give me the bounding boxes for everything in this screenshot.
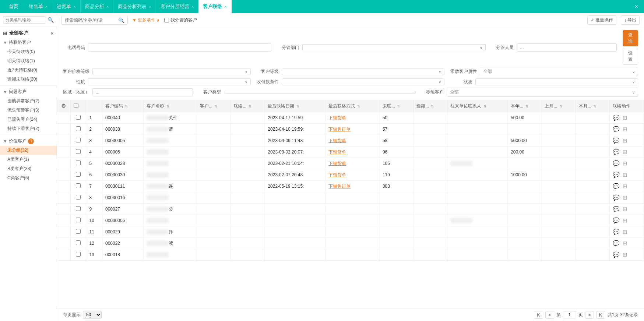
check-cell[interactable] xyxy=(70,169,86,181)
price-tier-select[interactable]: ∨ xyxy=(92,68,251,75)
row-checkbox[interactable] xyxy=(76,183,81,188)
check-cell[interactable] xyxy=(70,147,86,158)
home-tab[interactable]: 首页 xyxy=(3,0,24,13)
sidebar-group-value[interactable]: ▼ 价值客户 R xyxy=(0,137,57,146)
first-page-button[interactable]: K xyxy=(534,311,543,319)
select-all-checkbox[interactable] xyxy=(74,103,78,108)
sidebar-item-declining[interactable]: 持续下滑客户(2) xyxy=(0,124,57,133)
last-contact-date-column[interactable]: 最后联络日期 ⇅ xyxy=(265,100,325,112)
row-checkbox[interactable] xyxy=(76,149,81,154)
close-icon[interactable]: × xyxy=(191,4,194,9)
row-checkbox[interactable] xyxy=(76,252,81,257)
last-page-button[interactable]: K xyxy=(596,311,605,319)
grid-action-icon[interactable]: ⊞ xyxy=(623,229,627,235)
message-icon[interactable]: 💬 xyxy=(613,206,620,212)
name-column[interactable]: 客户名称 ⇅ xyxy=(144,100,197,112)
check-cell[interactable] xyxy=(70,204,86,215)
payment-select[interactable]: ∨ xyxy=(282,78,444,85)
customer-type-select[interactable] xyxy=(224,91,415,94)
message-icon[interactable]: 💬 xyxy=(613,194,620,201)
row-checkbox[interactable] xyxy=(76,206,81,211)
gear-icon[interactable]: ⚙ xyxy=(61,103,66,109)
sidebar-item-ungrouped[interactable]: 未分组(32) xyxy=(0,146,57,155)
scatter-attr-select[interactable]: 全部 ∨ xyxy=(480,67,638,76)
contact-way-link[interactable]: 下销货单 xyxy=(328,149,346,155)
filter-more-button[interactable]: ▼ 更多条件 ∧ xyxy=(132,17,160,23)
export-button[interactable]: ↓ 导出 xyxy=(621,15,640,25)
collapse-icon[interactable]: « xyxy=(50,30,54,36)
message-icon[interactable]: 💬 xyxy=(613,183,620,190)
sidebar-item-type-a[interactable]: A类客户(1) xyxy=(0,155,57,164)
close-all-button[interactable]: × xyxy=(632,3,641,10)
all-customers-header[interactable]: ⊞ 全部客户 « xyxy=(0,27,57,38)
message-icon[interactable]: 💬 xyxy=(613,160,620,167)
status-select[interactable]: ∨ xyxy=(475,78,638,85)
sidebar-item-churned[interactable]: 已流失客户(24) xyxy=(0,115,57,124)
filter-search-input[interactable] xyxy=(65,18,118,23)
scatter-customer-select[interactable]: 全部 ∨ xyxy=(447,88,638,97)
grid-action-icon[interactable]: ⊞ xyxy=(623,160,627,167)
sidebar-item-type-c[interactable]: C类客户(6) xyxy=(0,173,57,183)
filter-search-icon[interactable]: 🔍 xyxy=(118,17,124,23)
overdue-column[interactable]: 逾期... ⇅ xyxy=(414,100,447,112)
batch-op-button[interactable]: ✓ 批量操作 xyxy=(587,15,616,25)
sidebar-group-problem[interactable]: ▼ 问题客户 xyxy=(0,87,57,96)
sidebar-item-hoarding[interactable]: 囤购异常客户(2) xyxy=(0,96,57,106)
row-checkbox[interactable] xyxy=(76,138,81,142)
tab-product-analysis[interactable]: 商品分析 × xyxy=(81,0,113,13)
row-checkbox[interactable] xyxy=(76,115,81,120)
message-icon[interactable]: 💬 xyxy=(613,149,620,155)
tab-customer-contact[interactable]: 客户联络 × xyxy=(198,0,231,13)
prev-page-button[interactable]: < xyxy=(545,311,554,319)
message-icon[interactable]: 💬 xyxy=(613,172,620,178)
message-icon[interactable]: 💬 xyxy=(613,251,620,258)
check-cell[interactable] xyxy=(70,192,86,204)
check-column[interactable] xyxy=(70,100,86,112)
contact-way-link[interactable]: 下销货单 xyxy=(328,161,346,166)
message-icon[interactable]: 💬 xyxy=(613,126,620,133)
manager-more[interactable]: ... xyxy=(517,43,617,52)
sidebar-search-icon[interactable]: 🔍 xyxy=(47,17,54,23)
grid-action-icon[interactable]: ⊞ xyxy=(623,194,627,201)
my-customers-checkbox-wrapper[interactable]: 我分管的客户 xyxy=(164,17,197,23)
check-cell[interactable] xyxy=(70,226,86,238)
gear-column[interactable]: ⚙ xyxy=(57,100,70,112)
close-icon[interactable]: × xyxy=(224,4,226,9)
grid-action-icon[interactable]: ⊞ xyxy=(623,149,627,155)
type-column[interactable]: 客户... ⇅ xyxy=(197,100,230,112)
per-page-select[interactable]: 50 100 xyxy=(83,311,102,319)
close-icon[interactable]: × xyxy=(106,4,109,9)
check-cell[interactable] xyxy=(70,181,86,192)
row-checkbox[interactable] xyxy=(76,160,81,165)
row-checkbox[interactable] xyxy=(76,240,81,245)
reset-button[interactable]: 设置 xyxy=(623,48,638,65)
row-checkbox[interactable] xyxy=(76,218,81,222)
region-more[interactable]: ... xyxy=(92,88,193,96)
grid-action-icon[interactable]: ⊞ xyxy=(623,240,627,247)
dept-select[interactable]: ∨ xyxy=(302,44,486,51)
grid-action-icon[interactable]: ⊞ xyxy=(623,172,627,178)
row-checkbox[interactable] xyxy=(76,126,81,131)
message-icon[interactable]: 💬 xyxy=(613,217,620,224)
next-page-button[interactable]: > xyxy=(585,311,594,319)
grid-action-icon[interactable]: ⊞ xyxy=(623,183,627,190)
last-month-column[interactable]: 上月... ⇅ xyxy=(542,100,576,112)
page-input[interactable] xyxy=(563,311,576,318)
last-contact-way-column[interactable]: 最后联络方式 ⇅ xyxy=(325,100,380,112)
close-icon[interactable]: × xyxy=(45,4,47,9)
nature-select[interactable]: ∨ xyxy=(88,78,251,85)
customer-tier-select[interactable]: ∨ xyxy=(282,68,444,75)
sidebar-item-today[interactable]: 今天待联络(0) xyxy=(0,47,57,56)
contact-way-link[interactable]: 下销售订单 xyxy=(328,184,351,189)
grid-action-icon[interactable]: ⊞ xyxy=(623,126,627,133)
tab-sales-order[interactable]: 销售单 × xyxy=(24,0,52,13)
message-icon[interactable]: 💬 xyxy=(613,240,620,247)
contact-way-link[interactable]: 下销售订单 xyxy=(328,127,351,132)
message-icon[interactable]: 💬 xyxy=(613,229,620,235)
contact-way-link[interactable]: 下销货单 xyxy=(328,172,346,177)
row-checkbox[interactable] xyxy=(76,172,81,177)
row-checkbox[interactable] xyxy=(76,195,81,200)
grid-action-icon[interactable]: ⊞ xyxy=(623,251,627,258)
check-cell[interactable] xyxy=(70,215,86,226)
this-month-column[interactable]: 本月... ⇅ xyxy=(576,100,609,112)
